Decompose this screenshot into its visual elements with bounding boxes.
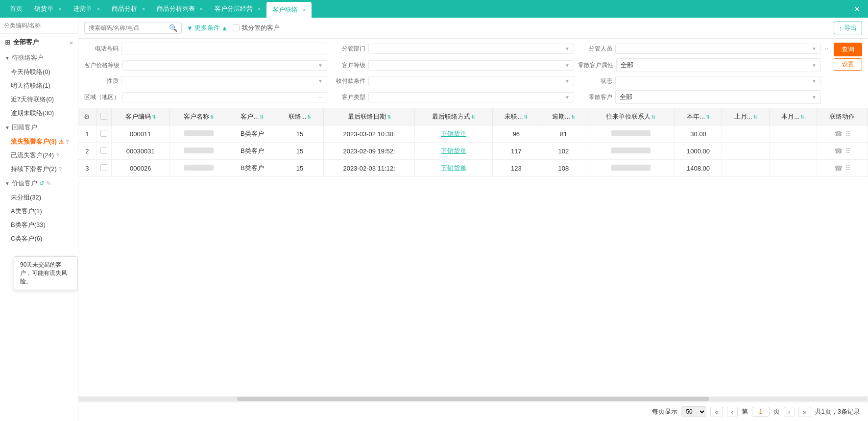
filter-person-select[interactable]: ▼ [615,44,821,54]
filter-row-1: 电话号码 分管部门 ▼ 分管人员 [84,43,830,54]
filter-more-dots[interactable]: ··· [825,45,830,52]
th-code[interactable]: 客户编码⇅ [111,108,169,125]
help-icon-churn[interactable]: ? [66,139,69,145]
th-type[interactable]: 客户...⇅ [228,108,276,125]
sidebar-item-today[interactable]: 今天待联络(0) [0,65,78,79]
th-not-linked[interactable]: 未联...⇅ [493,108,540,125]
nav-customer-layer[interactable]: 客户分层经营 × [209,0,266,18]
nav-home[interactable]: 首页 [4,0,28,18]
nav-sales[interactable]: 销货单 × [28,0,67,18]
action-phone-icon[interactable]: ☎ [834,130,843,138]
nav-goods-list[interactable]: 商品分析列表 × [151,0,209,18]
arrow-down-icon: ▼ [5,55,10,61]
sidebar-item-class-c[interactable]: C类客户(6) [0,232,78,246]
row-this-month [770,125,817,143]
nav-goods-list-close[interactable]: × [200,6,203,12]
per-page-select[interactable]: 50 100 200 [681,406,706,417]
checkbox-icon[interactable] [233,25,240,31]
nav-customer-contact[interactable]: 客户联络 × [266,2,312,18]
th-type-label: 客户... [241,113,259,120]
filter-nature-select[interactable]: ▼ [121,76,327,86]
filter-panel: 电话号码 分管部门 ▼ 分管人员 [78,39,868,108]
sidebar-item-churn-warning[interactable]: 流失预警客户(3) ⚠ ? [0,135,78,149]
filter-price-select[interactable]: ▼ [122,60,327,71]
row-last-way[interactable]: 下销货单 [415,160,493,177]
filter-payment-select[interactable]: ▼ [368,76,574,86]
nav-purchase-close[interactable]: × [97,6,100,12]
nav-goods-analysis[interactable]: 商品分析 × [106,0,151,18]
th-overdue[interactable]: 逾期...⇅ [540,108,587,125]
th-last-way[interactable]: 最后联络方式⇅ [415,108,493,125]
search-input[interactable] [89,25,167,31]
sidebar-item-class-b[interactable]: B类客户(33) [0,218,78,232]
sidebar-item-declining[interactable]: 持续下滑客户(2) ? [0,162,78,176]
gear-icon[interactable]: ⚙ [84,113,90,121]
th-contacts[interactable]: 往来单位联系人⇅ [587,108,675,125]
sidebar-group-value[interactable]: ▼ 价值客户 ↺ ✎ [0,176,78,191]
sidebar-item-tomorrow[interactable]: 明天待联络(1) [0,79,78,93]
prev-page-button[interactable]: ‹ [727,407,738,417]
page-input[interactable] [752,407,770,417]
header-checkbox[interactable] [100,113,107,120]
row-checkbox[interactable] [96,125,111,143]
action-more-icon[interactable]: ⠿ [845,164,850,172]
sidebar-group-review[interactable]: ▼ 回顾客户 [0,120,78,135]
my-customers-checkbox[interactable]: 我分管的客户 [233,24,280,32]
action-phone-icon[interactable]: ☎ [834,164,843,172]
action-phone-icon[interactable]: ☎ [834,147,843,155]
th-last-date[interactable]: 最后联络日期⇅ [323,108,414,125]
th-contact[interactable]: 联络...⇅ [276,108,324,125]
action-more-icon[interactable]: ⠿ [845,147,850,155]
nav-purchase[interactable]: 进货单 × [67,0,106,18]
last-page-button[interactable]: » [798,407,811,417]
nav-sales-close[interactable]: × [58,6,61,12]
refresh-icon[interactable]: ↺ [39,180,44,187]
th-name[interactable]: 客户名称⇅ [169,108,228,125]
search-icon[interactable]: 🔍 [169,24,177,32]
filter-retail-select[interactable]: 全部 ▼ [615,90,821,104]
filter-dept-select[interactable]: ▼ [368,44,574,54]
row-last-way[interactable]: 下销货单 [415,125,493,143]
nav-customer-contact-close[interactable]: × [303,7,306,13]
help-icon-declining[interactable]: ? [59,166,62,172]
th-this-month[interactable]: 本月...⇅ [770,108,817,125]
th-this-year[interactable]: 本年...⇅ [675,108,722,125]
action-more-icon[interactable]: ⠿ [845,130,850,138]
sidebar-collapse-icon[interactable]: « [70,39,73,46]
filter-customer-level-select[interactable]: ▼ [368,60,574,71]
sidebar-group-pending[interactable]: ▼ 待联络客户 [0,50,78,65]
sidebar-item-churned[interactable]: 已流失客户(24) ? [0,149,78,162]
sidebar-all-customers[interactable]: ⊞ 全部客户 « [0,34,78,50]
window-close-button[interactable]: ✕ [850,4,864,14]
more-filter-button[interactable]: ▼ 更多条件 ▲ [187,24,228,32]
next-page-button[interactable]: › [784,407,795,417]
sidebar-item-7days[interactable]: 近7天待联络(0) [0,93,78,106]
th-gear[interactable]: ⚙ [78,108,96,125]
row-last-way[interactable]: 下销货单 [415,143,493,160]
row-contacts [587,143,675,160]
row-checkbox[interactable] [96,143,111,160]
help-icon-churned[interactable]: ? [56,152,59,158]
edit-icon[interactable]: ✎ [46,180,51,187]
filter-customer-type-select[interactable]: ▼ [368,92,574,102]
filter-retail-attr-select[interactable]: 全部 ▼ [616,58,821,72]
row-checkbox[interactable] [96,160,111,177]
sidebar-item-overdue[interactable]: 逾期未联络(30) [0,106,78,120]
scrollbar-thumb[interactable] [237,397,710,401]
first-page-button[interactable]: « [710,407,723,417]
export-button[interactable]: ↑ 导出 [834,22,863,34]
row-this-year: 1408.00 [675,160,722,177]
sidebar-item-class-a[interactable]: A类客户(1) [0,204,78,218]
filter-phone-input[interactable] [121,43,327,54]
settings-button[interactable]: 设置 [834,58,862,71]
chevron-down-icon-11: ▼ [812,95,817,100]
nav-customer-layer-close[interactable]: × [258,6,261,12]
query-button[interactable]: 查询 [834,43,862,56]
filter-status-select[interactable]: ▼ [615,76,821,86]
horizontal-scrollbar[interactable] [78,396,868,402]
filter-region-select[interactable]: ··· [122,92,327,102]
th-last-month[interactable]: 上月...⇅ [722,108,770,125]
nav-goods-analysis-close[interactable]: × [142,6,145,12]
sidebar-item-ungrouped[interactable]: 未分组(32) [0,191,78,204]
sidebar-search-input[interactable] [4,22,77,29]
